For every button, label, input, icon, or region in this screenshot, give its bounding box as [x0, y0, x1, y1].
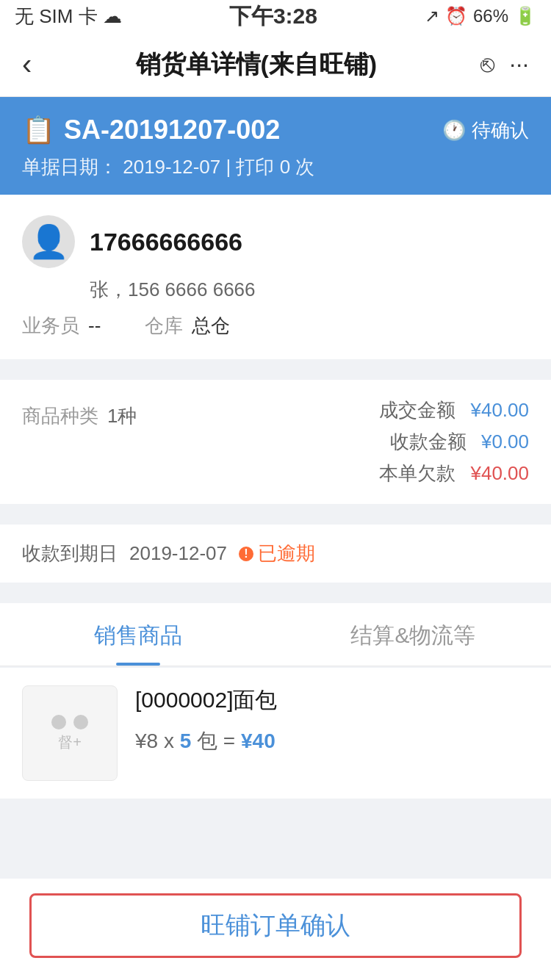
back-button[interactable]: ‹ [22, 48, 32, 81]
status-left: 无 SIM 卡 ☁ [15, 4, 122, 29]
sales-label: 业务员 [22, 313, 79, 339]
product-logo: 督+ [51, 715, 88, 752]
nav-left: ‹ [22, 48, 32, 81]
nav-bar: ‹ 销货单详情(来自旺铺) ⎋ ··· [0, 32, 551, 97]
confirm-order-button[interactable]: 旺铺订单确认 [29, 893, 522, 958]
status-time: 下午3:28 [229, 1, 317, 32]
divider-3 [0, 591, 551, 603]
balance-label: 本单欠款 [379, 461, 455, 486]
tab-products[interactable]: 销售商品 [0, 603, 276, 666]
order-id-text: SA-20191207-002 [64, 115, 280, 145]
transaction-amount: ¥40.00 [470, 399, 529, 422]
tab-products-label: 销售商品 [94, 623, 182, 647]
sales-value: -- [88, 314, 101, 337]
print-info: | 打印 0 次 [226, 156, 314, 178]
owl-eye-right [73, 715, 88, 729]
bottom-bar: 旺铺订单确认 [0, 879, 551, 980]
customer-row: 👤 17666666666 [22, 215, 529, 268]
summary-section: 商品种类 1种 成交金额 ¥40.00 收款金额 ¥0.00 本单欠款 ¥40.… [0, 380, 551, 504]
warehouse-label: 仓库 [145, 313, 183, 339]
quantity-value: 5 [180, 729, 192, 752]
location-icon: ↗ [425, 6, 439, 26]
product-section: 督+ [0000002]面包 ¥8 x 5 包 = ¥40 [0, 668, 551, 799]
price-separator: x [164, 729, 180, 752]
page-title: 销货单详情(来自旺铺) [136, 48, 378, 82]
order-header: 📋 SA-20191207-002 🕐 待确认 单据日期： 2019-12-07… [0, 97, 551, 195]
sales-item: 业务员 -- [22, 313, 101, 339]
product-image: 督+ [22, 685, 118, 781]
balance-row: 本单欠款 ¥40.00 [379, 461, 529, 486]
tab-settlement[interactable]: 结算&物流等 [276, 603, 551, 666]
product-name: [0000002]面包 [135, 685, 529, 716]
order-date-row: 单据日期： 2019-12-07 | 打印 0 次 [22, 154, 529, 180]
product-type-row: 商品种类 1种 [22, 403, 137, 429]
order-status-badge: 🕐 待确认 [442, 118, 529, 143]
tabs-section: 销售商品 结算&物流等 [0, 603, 551, 666]
order-status-text: 待确认 [472, 118, 529, 143]
customer-phone: 17666666666 [90, 228, 242, 256]
battery-icon: 🔋 [514, 6, 536, 26]
warehouse-value: 总仓 [192, 313, 230, 339]
order-date-value: 2019-12-07 [123, 156, 220, 178]
order-id: 📋 SA-20191207-002 [22, 115, 280, 145]
unit-value: 包 [197, 729, 217, 752]
sim-status: 无 SIM 卡 ☁ [15, 4, 122, 29]
owl-eyes [51, 715, 88, 729]
balance-amount: ¥40.00 [470, 462, 529, 485]
share-icon[interactable]: ⎋ [480, 51, 494, 78]
customer-section: 👤 17666666666 张，156 6666 6666 业务员 -- 仓库 … [0, 195, 551, 359]
owl-text: 督+ [58, 732, 82, 752]
nav-right: ⎋ ··· [480, 51, 529, 78]
owl-eye-left [51, 715, 66, 729]
overdue-badge: ! 已逾期 [239, 541, 315, 566]
summary-right: 成交金额 ¥40.00 收款金额 ¥0.00 本单欠款 ¥40.00 [379, 397, 529, 486]
warehouse-item: 仓库 总仓 [145, 313, 230, 339]
customer-meta: 业务员 -- 仓库 总仓 [22, 313, 529, 339]
tabs-row: 销售商品 结算&物流等 [0, 603, 551, 666]
product-type-value: 1种 [107, 403, 137, 429]
total-price: ¥40 [241, 729, 276, 752]
status-right: ↗ ⏰ 66% 🔋 [425, 6, 536, 26]
clock-icon: 🕐 [442, 119, 466, 142]
overdue-icon: ! [239, 547, 253, 561]
tab-settlement-label: 结算&物流等 [350, 623, 475, 647]
transaction-label: 成交金额 [379, 397, 455, 423]
overdue-text: 已逾期 [258, 541, 315, 566]
order-icon: 📋 [22, 115, 55, 145]
due-section: 收款到期日 2019-12-07 ! 已逾期 [0, 525, 551, 583]
avatar-icon: 👤 [29, 223, 69, 261]
battery-label: 66% [473, 6, 508, 26]
receipt-amount: ¥0.00 [481, 430, 529, 453]
divider-1 [0, 368, 551, 380]
product-info: [0000002]面包 ¥8 x 5 包 = ¥40 [135, 685, 529, 755]
status-bar: 无 SIM 卡 ☁ 下午3:28 ↗ ⏰ 66% 🔋 [0, 0, 551, 32]
price-value: ¥8 [135, 729, 158, 752]
alarm-icon: ⏰ [445, 6, 467, 26]
more-icon[interactable]: ··· [509, 51, 529, 78]
equals-sign: = [223, 729, 241, 752]
order-id-row: 📋 SA-20191207-002 🕐 待确认 [22, 115, 529, 145]
receipt-row: 收款金额 ¥0.00 [390, 429, 529, 455]
summary-left: 商品种类 1种 [22, 397, 137, 429]
due-date-value: 2019-12-07 [129, 542, 227, 565]
avatar: 👤 [22, 215, 75, 268]
product-item: 督+ [0000002]面包 ¥8 x 5 包 = ¥40 [22, 685, 529, 781]
divider-2 [0, 513, 551, 525]
customer-name: 张，156 6666 6666 [22, 277, 529, 303]
transaction-row: 成交金额 ¥40.00 [379, 397, 529, 423]
product-type-label: 商品种类 [22, 403, 98, 429]
receipt-label: 收款金额 [390, 429, 467, 455]
product-price-row: ¥8 x 5 包 = ¥40 [135, 727, 529, 755]
date-label: 单据日期： [22, 156, 118, 178]
due-date-label: 收款到期日 [22, 541, 118, 566]
